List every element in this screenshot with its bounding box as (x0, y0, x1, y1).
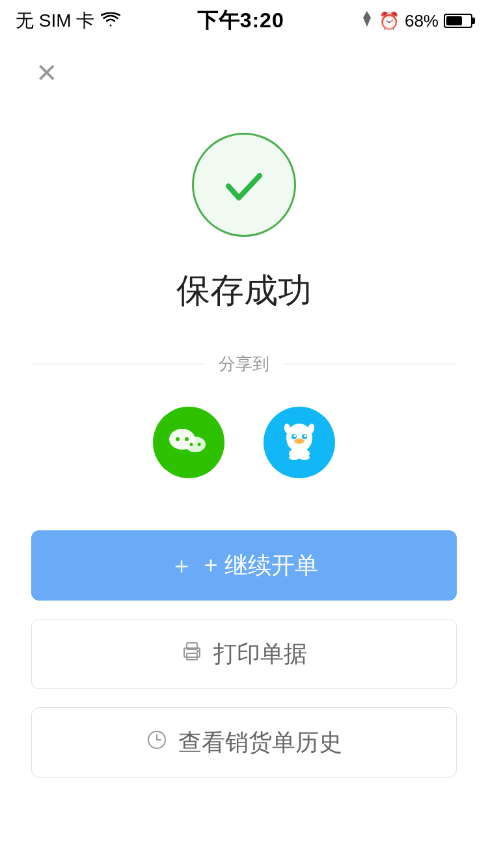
svg-point-3 (185, 437, 189, 441)
wechat-share-button[interactable] (153, 407, 224, 478)
qq-share-button[interactable] (264, 407, 335, 478)
divider-right (282, 364, 457, 364)
wechat-icon (168, 425, 210, 460)
battery-percent: 68% (405, 11, 439, 31)
status-time: 下午3:20 (197, 7, 284, 35)
continue-button-label: + 继续开单 (204, 550, 318, 582)
share-divider: 分享到 (31, 353, 457, 375)
print-button[interactable]: 打印单据 (31, 619, 457, 689)
share-label: 分享到 (219, 353, 269, 375)
battery-icon (444, 14, 472, 28)
wifi-icon (101, 10, 120, 31)
action-buttons: ＋ + 继续开单 打印单据 查看销货单历 (31, 530, 457, 778)
location-icon (360, 11, 373, 31)
svg-point-4 (190, 443, 193, 446)
svg-point-16 (299, 455, 310, 460)
qq-icon (280, 420, 319, 465)
print-button-label: 打印单据 (213, 638, 307, 670)
plus-icon: ＋ (170, 550, 193, 582)
svg-point-20 (197, 650, 199, 653)
close-icon: ✕ (36, 60, 58, 86)
svg-point-2 (176, 437, 180, 441)
svg-point-15 (289, 455, 299, 460)
checkmark-icon (218, 159, 270, 211)
divider-left (31, 364, 206, 364)
svg-point-10 (293, 435, 296, 437)
svg-point-5 (198, 443, 201, 446)
continue-button[interactable]: ＋ + 继续开单 (31, 530, 457, 601)
history-icon (146, 729, 168, 757)
print-icon (181, 640, 203, 668)
status-left: 无 SIM 卡 (16, 8, 120, 33)
main-content: ✕ 保存成功 分享到 (0, 42, 488, 778)
success-title: 保存成功 (176, 268, 312, 314)
history-button-label: 查看销货单历史 (178, 727, 342, 759)
status-bar: 无 SIM 卡 下午3:20 ⏰ 68% (0, 0, 488, 42)
close-button[interactable]: ✕ (26, 52, 68, 94)
svg-point-12 (294, 439, 305, 444)
sim-label: 无 SIM 卡 (16, 8, 94, 33)
share-icons-row (153, 407, 335, 478)
alarm-icon: ⏰ (379, 11, 400, 31)
history-button[interactable]: 查看销货单历史 (31, 707, 457, 778)
svg-point-11 (304, 435, 306, 437)
success-icon-circle (192, 133, 296, 237)
status-right: ⏰ 68% (360, 11, 472, 31)
